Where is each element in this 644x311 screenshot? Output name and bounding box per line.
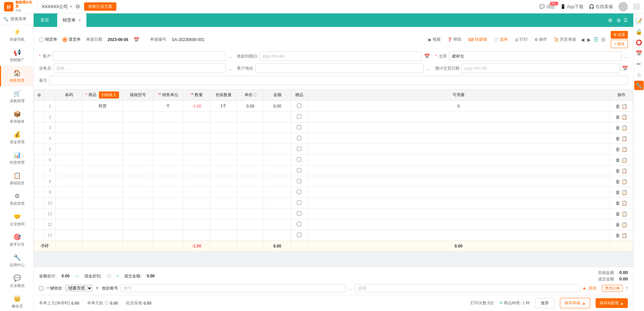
customer-addr-input[interactable] bbox=[255, 64, 424, 73]
print-btn[interactable]: 🖨 打印 bbox=[513, 36, 530, 43]
gift-checkbox-1[interactable] bbox=[297, 114, 301, 119]
discount-info-icon[interactable]: ⓘ bbox=[107, 273, 111, 279]
settings-btn[interactable]: ⚙ 设置 bbox=[611, 31, 628, 39]
shortcut-btn[interactable]: ⌨ 快捷键 bbox=[466, 36, 489, 43]
delete-btn-8[interactable]: 🗑 bbox=[615, 190, 620, 195]
delete-btn-4[interactable]: 🗑 bbox=[615, 147, 620, 152]
sidebar-item-capital[interactable]: 💰 资金管理 bbox=[0, 127, 33, 148]
trial-btn[interactable]: 体验行业方案 bbox=[84, 2, 116, 11]
cell-barcode-5[interactable] bbox=[55, 155, 82, 165]
delivery-date-input[interactable] bbox=[461, 64, 620, 73]
gift-checkbox-10[interactable] bbox=[297, 211, 301, 216]
sidebar-item-enterprise[interactable]: 🤝 企业协同 bbox=[0, 209, 33, 230]
cell-barcode-11[interactable] bbox=[55, 219, 82, 230]
cell-barcode-10[interactable] bbox=[55, 208, 82, 219]
radio-sales[interactable]: 销货单 bbox=[39, 37, 57, 42]
right-icon-2[interactable]: 🔒 bbox=[634, 27, 644, 36]
avatar[interactable] bbox=[618, 2, 628, 11]
online-service-btn[interactable]: 🎧 在线客服 bbox=[589, 4, 613, 10]
settlement-method-select[interactable]: 结算方式 bbox=[65, 284, 92, 292]
due-date-input[interactable] bbox=[259, 51, 422, 61]
logistics-btn[interactable]: + 物流 bbox=[611, 40, 628, 48]
cell-barcode-4[interactable] bbox=[55, 144, 82, 155]
warehouse-input[interactable] bbox=[449, 51, 622, 61]
delete-btn-2[interactable]: 🗑 bbox=[615, 125, 620, 130]
sidebar-item-inventory[interactable]: 📦 库存核算 bbox=[0, 107, 33, 127]
warehouse-dots[interactable]: ... bbox=[624, 53, 628, 59]
sidebar-item-marketing[interactable]: 📢 营销推广 bbox=[0, 45, 33, 66]
sidebar-item-base[interactable]: 📋 基础信息 bbox=[0, 168, 33, 189]
video-btn[interactable]: ▶ 视频 bbox=[426, 36, 443, 43]
calendar-icon[interactable]: 📅 bbox=[134, 37, 139, 42]
sidebar-item-system[interactable]: ⚙ 系统管理 bbox=[0, 189, 33, 209]
account-dots[interactable]: ... bbox=[348, 285, 352, 291]
sidebar-item-guide[interactable]: 🎯 新手引导 bbox=[0, 230, 33, 250]
cell-barcode-1[interactable] bbox=[55, 112, 82, 122]
delete-btn-3[interactable]: 🗑 bbox=[615, 136, 620, 141]
copy-btn-2[interactable]: 📋 bbox=[621, 125, 627, 130]
sidebar-item-quick-nav[interactable]: ⚡ 快捷导航 bbox=[0, 25, 33, 45]
fee-help-icon[interactable]: ? bbox=[626, 286, 628, 291]
right-icon-3[interactable]: ⭕ bbox=[634, 38, 644, 47]
salesperson-input[interactable] bbox=[53, 64, 226, 73]
sidebar-item-purchase[interactable]: 🛒 采购管理 bbox=[0, 86, 33, 107]
cell-barcode-8[interactable] bbox=[55, 187, 82, 198]
customer-addr-dots[interactable]: ... bbox=[426, 66, 430, 71]
settings-gear-icon[interactable]: ⚙ bbox=[75, 3, 80, 10]
delete-btn-11[interactable]: 🗑 bbox=[615, 222, 620, 227]
customer-input[interactable] bbox=[53, 51, 226, 61]
gift-checkbox-2[interactable] bbox=[297, 125, 301, 129]
copy-btn-11[interactable]: 📋 bbox=[621, 222, 627, 227]
right-icon-5[interactable]: ✏ bbox=[634, 59, 644, 69]
account-input[interactable] bbox=[121, 284, 346, 292]
right-icon-7[interactable]: 🔧 bbox=[634, 81, 644, 90]
gift-checkbox-6[interactable] bbox=[297, 168, 301, 172]
right-icon-1[interactable]: 📝 bbox=[634, 16, 644, 26]
tab-list-icon[interactable]: ☰ bbox=[623, 17, 628, 23]
copy-btn-7[interactable]: 📋 bbox=[621, 179, 627, 184]
add-icon[interactable]: ● bbox=[583, 285, 585, 291]
company-selector[interactable]: XXXXXX公司 ▼ bbox=[42, 4, 73, 10]
scan-btn[interactable]: 扫码录入 bbox=[99, 91, 119, 99]
gift-checkbox-0[interactable] bbox=[297, 104, 301, 108]
notes-input[interactable] bbox=[49, 76, 628, 85]
copy-btn-5[interactable]: 📋 bbox=[621, 157, 627, 163]
cell-barcode-9[interactable] bbox=[55, 198, 82, 208]
sidebar-item-member[interactable]: 👑 畅会员 bbox=[0, 291, 33, 311]
gift-checkbox-5[interactable] bbox=[297, 157, 301, 162]
fee-split-btn[interactable]: 费用分摊 bbox=[602, 285, 623, 292]
one-click-pay-checkbox[interactable] bbox=[39, 286, 43, 290]
delete-btn-12[interactable]: 🗑 bbox=[615, 233, 620, 238]
sidebar-search[interactable]: 🔍 搜索菜单 bbox=[0, 13, 33, 25]
sidebar-item-ops[interactable]: 📊 经营管理 bbox=[0, 148, 33, 168]
delete-btn-0[interactable]: 🗑 bbox=[615, 104, 620, 109]
right-icon-6[interactable]: ☆ bbox=[634, 70, 644, 79]
delete-btn-10[interactable]: 🗑 bbox=[615, 211, 620, 217]
cell-barcode-12[interactable] bbox=[55, 230, 82, 241]
sidebar-item-sales[interactable]: 🏠 销售管理 bbox=[0, 66, 33, 86]
gift-checkbox-12[interactable] bbox=[297, 233, 301, 237]
discard-btn[interactable]: 放弃 bbox=[535, 298, 555, 308]
gift-checkbox-4[interactable] bbox=[297, 147, 301, 151]
cell-barcode-0[interactable] bbox=[55, 101, 82, 112]
copy-btn-10[interactable]: 📋 bbox=[621, 211, 627, 217]
operation-btn[interactable]: ⚙ 操作 bbox=[532, 36, 549, 43]
tab-maximize-icon[interactable]: ⊠ bbox=[608, 17, 612, 23]
delete-btn-9[interactable]: 🗑 bbox=[615, 200, 620, 206]
amount-input[interactable] bbox=[355, 284, 580, 292]
salesperson-dots[interactable]: ... bbox=[228, 66, 232, 71]
save-new-btn[interactable]: 保存&新增 ▲ bbox=[596, 298, 628, 308]
cell-barcode-3[interactable] bbox=[55, 133, 82, 144]
copy-btn-3[interactable]: 📋 bbox=[621, 136, 627, 141]
delete-btn-1[interactable]: 🗑 bbox=[615, 114, 620, 120]
view-icon-1[interactable]: ☰ bbox=[594, 36, 598, 43]
customer-dots[interactable]: ... bbox=[228, 53, 232, 59]
radio-return[interactable]: 退货单 bbox=[63, 37, 81, 42]
copy-btn-8[interactable]: 📋 bbox=[621, 190, 627, 195]
tab-grid-icon[interactable]: ⊞ bbox=[617, 17, 621, 23]
tab-sales-order[interactable]: 销货单 × bbox=[57, 13, 86, 27]
message-btn[interactable]: 💬 消息 99+ bbox=[539, 4, 555, 10]
tab-home[interactable]: 首页 bbox=[34, 13, 56, 27]
copy-btn-12[interactable]: 📋 bbox=[621, 233, 627, 238]
settings-icon[interactable]: ⚙ bbox=[37, 93, 41, 98]
